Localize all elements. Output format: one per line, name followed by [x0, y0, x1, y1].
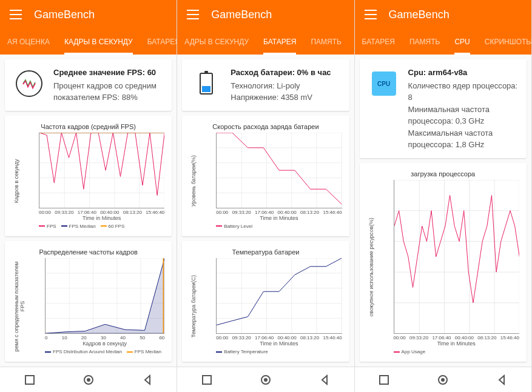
chart-plot: 39,638,838,037,236,4 — [216, 258, 342, 334]
x-ticks: 00:0009:33:2017:06:4000:40:0008:13:2015:… — [216, 210, 342, 215]
nav-square-icon[interactable] — [201, 374, 212, 385]
chart-legend: Battery Level — [216, 224, 342, 229]
tab-bar[interactable]: АЯ ОЦЕНКАКАДРЫ В СЕКУНДУБАТАРЕЯ — [0, 29, 177, 55]
summary-title: Среднее значение FPS: 60 — [53, 67, 164, 79]
svg-point-56 — [264, 378, 268, 382]
y-axis-label: овокупное использование ресурсов(%) — [367, 180, 375, 355]
tab[interactable]: АДРЫ В СЕКУНДУ — [177, 29, 256, 55]
svg-point-71 — [441, 378, 445, 382]
summary-line: Процент кадров со средним показателем FP… — [53, 80, 164, 104]
tab[interactable]: CPU — [447, 29, 477, 55]
nav-square-icon[interactable] — [24, 374, 35, 385]
x-axis-label: Time in Minutes — [39, 215, 164, 221]
x-ticks: 00:0009:33:2017:06:4000:40:0008:13:2015:… — [216, 335, 342, 341]
svg-rect-27 — [25, 376, 34, 384]
chart-card: загрузка процессора овокупное использова… — [360, 163, 527, 362]
battery-icon — [200, 73, 213, 95]
nav-back-icon[interactable] — [496, 374, 507, 385]
chart-title: Скорость расхода заряда батареи — [189, 123, 342, 130]
tab[interactable]: КАДРЫ В СЕКУНДУ — [57, 29, 140, 55]
y-axis-label: Кадров в секунду — [12, 133, 21, 229]
svg-rect-54 — [203, 376, 211, 384]
nav-square-icon[interactable] — [379, 374, 389, 385]
tab[interactable]: БАТАРЕЯ — [256, 29, 303, 55]
tab-bar[interactable]: АДРЫ В СЕКУНДУБАТАРЕЯПАМЯТЬCPU — [177, 29, 354, 55]
legend-item: FPS Median — [61, 224, 96, 229]
fps-icon — [16, 70, 42, 97]
app-header: GameBench БАТАРЕЯПАМЯТЬCPUСКРИНШОТЫ — [355, 0, 531, 55]
legend-item: Battery Level — [216, 224, 252, 229]
tab[interactable]: CPU — [349, 29, 354, 55]
nav-back-icon[interactable] — [319, 374, 330, 385]
tab[interactable]: БАТАРЕЯ — [140, 29, 177, 55]
chart-title: Температура батареи — [189, 248, 342, 256]
chart-legend: FPS Distribution Around MedianFPS Median — [45, 349, 164, 354]
summary-title: Cpu: arm64-v8a — [408, 67, 519, 79]
x-ticks: 00:0009:33:2017:06:4000:40:0008:13:2015:… — [394, 335, 519, 341]
legend-item: App Usage — [394, 349, 426, 354]
x-ticks: 00:0009:33:2017:06:4000:40:0008:13:2015:… — [39, 210, 164, 215]
chart-plot: 1086420 — [394, 180, 519, 334]
chart-legend: App Usage — [394, 349, 519, 354]
summary-card: Среднее значение FPS: 60 Процент кадров … — [5, 59, 172, 111]
nav-bar — [355, 367, 531, 392]
y-axis-label: Уровень батареи(%) — [189, 133, 198, 229]
legend-item: 60 FPS — [101, 224, 125, 229]
phone-screen-1: GameBench АДРЫ В СЕКУНДУБАТАРЕЯПАМЯТЬCPU… — [177, 0, 354, 392]
nav-circle-icon[interactable] — [437, 374, 448, 385]
x-ticks: 0102030405060 — [45, 335, 164, 341]
chart-card: Температура батареи Температура батареи(… — [182, 241, 349, 362]
y-axis-label: Температура батареи(C) — [189, 258, 198, 354]
chart-card: Частота кадров (средний FPS) Кадров в се… — [5, 116, 172, 236]
hamburger-icon[interactable] — [365, 10, 377, 19]
chart-plot: 6040200 — [39, 133, 164, 208]
summary-card: Расход батареи: 0% в час Технология: Li-… — [182, 59, 349, 111]
summary-line: Количество ядер процессора: 8 — [408, 80, 519, 104]
svg-rect-69 — [380, 376, 388, 384]
chart-title: Частота кадров (средний FPS) — [12, 123, 164, 130]
app-title: GameBench — [389, 8, 450, 21]
hamburger-icon[interactable] — [187, 10, 199, 19]
y-axis-label: ремя с определенным показателем FPS — [12, 258, 27, 354]
chart-plot: 92,091,290,089,088,0 — [216, 133, 342, 208]
app-header: GameBench АЯ ОЦЕНКАКАДРЫ В СЕКУНДУБАТАРЕ… — [0, 0, 177, 55]
hamburger-icon[interactable] — [10, 10, 22, 19]
tab[interactable]: ПАМЯТЬ — [402, 29, 448, 55]
app-header: GameBench АДРЫ В СЕКУНДУБАТАРЕЯПАМЯТЬCPU — [177, 0, 354, 55]
nav-circle-icon[interactable] — [260, 374, 271, 385]
legend-item: FPS Distribution Around Median — [45, 349, 122, 354]
nav-circle-icon[interactable] — [83, 374, 94, 385]
chart-legend: Battery Temperature — [216, 349, 342, 354]
summary-title: Расход батареи: 0% в час — [231, 67, 342, 79]
summary-line: Технология: Li-poly — [231, 80, 342, 92]
content-area[interactable]: Расход батареи: 0% в час Технология: Li-… — [177, 55, 354, 367]
app-title: GameBench — [211, 8, 272, 21]
chart-card: Скорость расхода заряда батареи Уровень … — [182, 116, 349, 236]
legend-item: Battery Temperature — [216, 349, 268, 354]
summary-line: Максимальная частота процессора: 1,8 GHz — [408, 127, 519, 151]
app-title: GameBench — [34, 8, 95, 21]
legend-item: FPS Median — [127, 349, 161, 354]
x-axis-label: Time in Minutes — [394, 341, 519, 347]
chart-title: Распределение частоты кадров — [12, 248, 164, 256]
tab[interactable]: АЯ ОЦЕНКА — [0, 29, 57, 55]
nav-back-icon[interactable] — [142, 374, 153, 385]
tab[interactable]: БАТАРЕЯ — [355, 29, 402, 55]
summary-line: Минимальная частота процессора: 0,3 GHz — [408, 104, 519, 127]
cpu-icon: CPU — [372, 71, 396, 96]
x-axis-label: Time in Minutes — [216, 215, 342, 221]
chart-legend: FPSFPS Median60 FPS — [39, 224, 164, 229]
nav-bar — [177, 367, 354, 392]
tab[interactable]: СКРИНШОТЫ — [477, 29, 531, 55]
summary-line: Напряжение: 4358 mV — [231, 91, 342, 104]
chart-plot: 100806040200 — [45, 258, 164, 334]
tab-bar[interactable]: БАТАРЕЯПАМЯТЬCPUСКРИНШОТЫ — [355, 29, 531, 55]
chart-card: Распределение частоты кадров ремя с опре… — [5, 241, 172, 362]
phone-screen-0: GameBench АЯ ОЦЕНКАКАДРЫ В СЕКУНДУБАТАРЕ… — [0, 0, 177, 392]
content-area[interactable]: Среднее значение FPS: 60 Процент кадров … — [0, 55, 177, 367]
legend-item: FPS — [39, 224, 56, 229]
content-area[interactable]: CPU Cpu: arm64-v8a Количество ядер проце… — [355, 55, 531, 367]
tab[interactable]: ПАМЯТЬ — [303, 29, 349, 55]
phone-screen-2: GameBench БАТАРЕЯПАМЯТЬCPUСКРИНШОТЫ CPU … — [355, 0, 532, 392]
chart-title: загрузка процессора — [367, 170, 519, 178]
